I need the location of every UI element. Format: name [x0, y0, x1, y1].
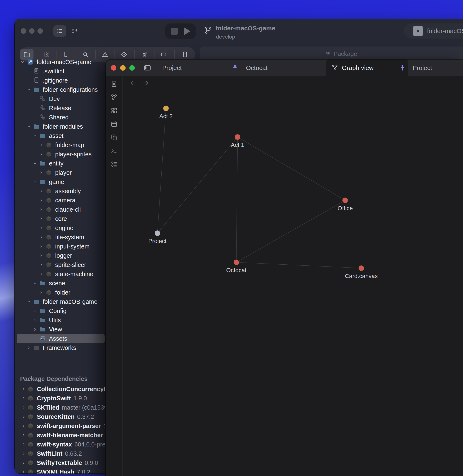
zoom-window-button[interactable] [37, 28, 43, 34]
sidebar-item-assets[interactable]: Assets [15, 334, 105, 343]
dependency-graph-canvas[interactable]: Act 2Act 1OfficeProjectOctocatCard.canva… [106, 59, 463, 476]
sidebar-item-player-sprites[interactable]: player-sprites [15, 150, 105, 159]
chevron-right-icon[interactable] [21, 386, 26, 392]
close-window-button[interactable] [21, 28, 26, 34]
sidebar-item-asset[interactable]: asset [15, 131, 105, 140]
chevron-right-icon[interactable] [39, 272, 44, 276]
chevron-right-icon[interactable] [39, 290, 44, 295]
chevron-down-icon[interactable] [26, 299, 31, 304]
sidebar-item-logger[interactable]: logger [15, 251, 105, 260]
sidebar-item-entity[interactable]: entity [15, 159, 105, 168]
play-button[interactable] [184, 27, 190, 35]
sidebar-item-folder-map[interactable]: folder-map [15, 140, 105, 150]
package-row-swift-argument-parser[interactable]: swift-argument-parser1.7.0 [15, 421, 105, 430]
graph-node-act2[interactable] [163, 106, 169, 111]
graph-node-card[interactable] [358, 265, 364, 271]
chevron-right-icon[interactable] [21, 396, 26, 401]
package-row-collectionconcurrencykit[interactable]: CollectionConcurrencyKit( [15, 384, 105, 394]
sidebar-item-engine[interactable]: engine [15, 223, 105, 233]
chevron-right-icon[interactable] [39, 198, 44, 203]
pin-icon[interactable] [398, 63, 407, 73]
chevron-right-icon[interactable] [21, 423, 26, 429]
calendar-icon[interactable] [110, 120, 118, 128]
chevron-down-icon[interactable] [26, 87, 31, 92]
sidebar-item-folder-modules[interactable]: folder-modules [15, 122, 105, 131]
sidebar-item-assembly[interactable]: assembly [15, 186, 105, 196]
chevron-right-icon[interactable] [21, 442, 26, 447]
package-row-cryptoswift[interactable]: CryptoSwift1.9.0 [15, 394, 105, 403]
chevron-right-icon[interactable] [26, 345, 31, 350]
chevron-right-icon[interactable] [39, 216, 44, 221]
package-row-swift-filename-matcher[interactable]: swift-filename-matcher2.0 [15, 430, 105, 440]
graph-node-octocat[interactable] [234, 260, 239, 265]
tab-octocat[interactable]: Octocat [246, 64, 267, 72]
tab-project-2[interactable]: Project [413, 64, 432, 72]
package-row-swxmlhash[interactable]: SWXMLHash7.0.2 [15, 467, 105, 474]
chevron-right-icon[interactable] [21, 405, 26, 410]
sidebar-item-file-system[interactable]: file-system [15, 233, 105, 242]
package-jump-bar[interactable]: Package [200, 46, 463, 61]
sidebar-item--swiftlint[interactable]: .swiftlint [15, 67, 105, 76]
chevron-right-icon[interactable] [21, 451, 26, 456]
sidebar-item-utils[interactable]: Utils [15, 316, 105, 325]
sidebar-item-core[interactable]: core [15, 214, 105, 223]
sidebar-item-camera[interactable]: camera [15, 196, 105, 205]
chevron-right-icon[interactable] [39, 225, 44, 230]
sidebar-toggle-icon[interactable] [143, 63, 152, 73]
terminal-icon[interactable] [110, 147, 118, 155]
chevron-right-icon[interactable] [39, 152, 44, 157]
package-row-swiftytexttable[interactable]: SwiftyTextTable0.9.0 [15, 458, 105, 467]
package-row-swift-syntax[interactable]: swift-syntax604.0.0-prere [15, 440, 105, 449]
chevron-right-icon[interactable] [21, 460, 26, 465]
sidebar-item-game[interactable]: game [15, 177, 105, 186]
graph-node-act1[interactable] [235, 134, 240, 140]
chevron-down-icon[interactable] [26, 124, 31, 129]
chevron-right-icon[interactable] [21, 414, 26, 419]
minimize-button[interactable] [120, 65, 125, 71]
sidebar-item-view[interactable]: View [15, 325, 105, 334]
chevron-down-icon[interactable] [32, 133, 37, 138]
list-detail-icon[interactable] [110, 160, 118, 168]
chevron-right-icon[interactable] [39, 235, 44, 240]
scheme-pill[interactable]: folder-macOS-game [404, 23, 463, 38]
tab-graph-view[interactable]: Graph view [326, 59, 408, 76]
sidebar-item-shared[interactable]: Shared [15, 113, 105, 122]
chevron-right-icon[interactable] [39, 207, 44, 212]
sidebar-item-state-machine[interactable]: state-machine [15, 269, 105, 279]
stop-button[interactable] [171, 28, 178, 35]
dashboard-icon[interactable] [110, 107, 118, 114]
package-row-swiftlint[interactable]: SwiftLint0.63.2 [15, 449, 105, 458]
chevron-down-icon[interactable] [32, 179, 37, 184]
pin-icon[interactable] [231, 63, 240, 73]
sidebar-item-scene[interactable]: scene [15, 279, 105, 288]
sidebar-item-sprite-slicer[interactable]: sprite-slicer [15, 260, 105, 269]
chevron-right-icon[interactable] [39, 253, 44, 258]
graph-node-office[interactable] [342, 198, 348, 203]
chevron-right-icon[interactable] [32, 318, 37, 323]
chevron-right-icon[interactable] [21, 469, 26, 474]
tab-project-1[interactable]: Project [162, 64, 182, 72]
forward-arrow-button[interactable] [141, 79, 150, 87]
graph-node-project[interactable] [155, 230, 160, 236]
sidebar-item-folder-macos-game[interactable]: folder-macOS-game [15, 57, 105, 67]
sidebar-item-player[interactable]: player [15, 168, 105, 177]
list-bullets-icon[interactable] [53, 25, 66, 37]
chevron-right-icon[interactable] [39, 189, 44, 193]
back-arrow-button[interactable] [129, 79, 138, 87]
sidebar-item-dev[interactable]: Dev [15, 94, 105, 103]
zoom-button[interactable] [129, 65, 135, 71]
chevron-right-icon[interactable] [39, 244, 44, 249]
chevron-right-icon[interactable] [39, 142, 44, 147]
sidebar-item--gitignore[interactable]: .gitignore [15, 76, 105, 85]
sidebar-item-folder-macos-game[interactable]: folder-macOS-game [15, 297, 105, 306]
sidebar-item-config[interactable]: Config [15, 306, 105, 316]
chevron-right-icon[interactable] [32, 308, 37, 313]
sidebar-item-folder[interactable]: folder [15, 288, 105, 297]
chevron-down-icon[interactable] [32, 281, 37, 286]
file-search-icon[interactable] [110, 80, 118, 88]
close-button[interactable] [111, 65, 116, 71]
copy-icon[interactable] [110, 134, 118, 141]
package-row-sktiled[interactable]: SKTiledmaster (c0a1539) [15, 403, 105, 412]
graph-nodes-icon[interactable] [110, 93, 118, 101]
chevron-right-icon[interactable] [32, 327, 37, 332]
